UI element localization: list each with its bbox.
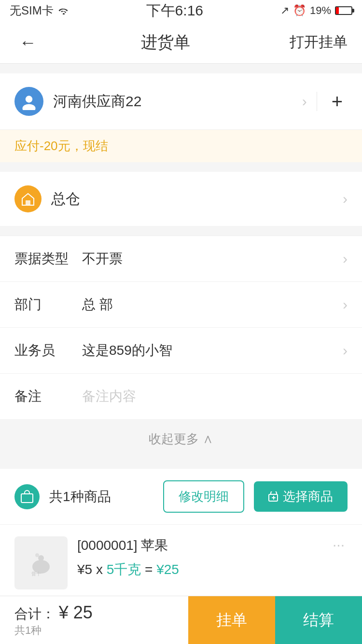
supplier-section: 河南供应商22 › + 应付-20元，现结 (0, 73, 362, 162)
product-header-icon (14, 484, 40, 509)
subtotal: ¥25 (156, 562, 179, 577)
dept-row[interactable]: 部门 总 部 › (0, 281, 362, 327)
product-item: 督十 [0000001] 苹果 ¥5 x 5千克 = ¥25 ··· (0, 524, 362, 601)
svg-text:督十: 督十 (31, 571, 41, 576)
alarm-icon: ⏰ (293, 4, 306, 17)
edit-detail-button[interactable]: 修改明细 (163, 480, 244, 513)
sales-row[interactable]: 业务员 这是859的小智 › (0, 327, 362, 373)
quantity: 5千克 (107, 562, 141, 577)
supplier-row[interactable]: 河南供应商22 › + (0, 73, 362, 130)
open-hold-button[interactable]: 打开挂单 (290, 32, 348, 52)
hold-button[interactable]: 挂单 (188, 596, 275, 644)
sales-value: 这是859的小智 (72, 341, 343, 360)
product-thumbnail: 督十 (14, 536, 68, 589)
status-right: ↗ ⏰ 19% (280, 4, 352, 17)
wifi-icon (58, 4, 69, 17)
signal-text: 无SIM卡 (10, 3, 54, 18)
divider (317, 92, 317, 111)
svg-point-1 (23, 104, 36, 110)
product-title: 苹果 (141, 538, 168, 553)
note-row[interactable]: 备注 备注内容 (0, 373, 362, 419)
nav-bar: ← 进货单 打开挂单 (0, 21, 362, 64)
warning-banner: 应付-20元，现结 (0, 130, 362, 162)
location-icon: ↗ (280, 4, 289, 17)
warehouse-chevron-icon: › (343, 191, 348, 207)
total-section: 合计： ¥ 25 共1种 (0, 602, 188, 638)
battery-pct: 19% (310, 4, 331, 17)
warehouse-name: 总仓 (51, 189, 343, 209)
note-label: 备注 (14, 387, 72, 406)
product-more-button[interactable]: ··· (330, 536, 348, 553)
ticket-chevron-icon: › (343, 251, 348, 267)
status-bar: 无SIM卡 下午6:16 ↗ ⏰ 19% (0, 0, 362, 21)
warehouse-row[interactable]: 总仓 › (0, 172, 362, 226)
supplier-chevron-icon: › (302, 93, 307, 110)
gap-1 (0, 64, 362, 73)
svg-point-0 (26, 96, 32, 102)
battery-icon (335, 6, 352, 15)
select-product-label: 选择商品 (283, 488, 333, 505)
svg-rect-2 (26, 200, 30, 205)
cart-icon (268, 491, 279, 502)
ticket-type-row[interactable]: 票据类型 不开票 › (0, 236, 362, 281)
dept-chevron-icon: › (343, 296, 348, 313)
ticket-value: 不开票 (72, 250, 343, 268)
supplier-avatar (14, 87, 43, 116)
product-header: 共1种商品 修改明细 选择商品 (0, 469, 362, 524)
note-placeholder[interactable]: 备注内容 (72, 387, 348, 406)
product-price: ¥5 x 5千克 = ¥25 (77, 560, 320, 579)
total-label: 合计： (14, 606, 55, 621)
product-code: [0000001] (77, 538, 138, 553)
total-row: 合计： ¥ 25 (14, 602, 174, 623)
total-amount: ¥ 25 (59, 602, 93, 622)
price-sep: x (96, 562, 107, 577)
svg-point-7 (35, 553, 39, 557)
back-button[interactable]: ← (14, 28, 42, 57)
product-section: 共1种商品 修改明细 选择商品 督十 (0, 469, 362, 601)
supplier-name: 河南供应商22 (53, 92, 302, 112)
status-left: 无SIM卡 (10, 3, 69, 18)
product-info: [0000001] 苹果 ¥5 x 5千克 = ¥25 (77, 536, 320, 579)
sales-chevron-icon: › (343, 342, 348, 359)
add-button[interactable]: + (327, 91, 348, 112)
svg-rect-3 (21, 494, 33, 503)
equals: = (145, 562, 156, 577)
gap-4 (0, 459, 362, 469)
gap-2 (0, 162, 362, 172)
warehouse-icon (14, 185, 42, 212)
form-section: 票据类型 不开票 › 部门 总 部 › 业务员 这是859的小智 › 备注 备注… (0, 236, 362, 419)
collapse-button[interactable]: 收起更多 ∧ (0, 419, 362, 459)
unit-price: ¥5 (77, 562, 92, 577)
select-product-button[interactable]: 选择商品 (254, 481, 348, 512)
dept-label: 部门 (14, 295, 72, 314)
sales-label: 业务员 (14, 341, 72, 360)
page-title: 进货单 (141, 31, 190, 54)
status-time: 下午6:16 (146, 1, 203, 21)
product-name: [0000001] 苹果 (77, 536, 320, 555)
product-count: 共1种商品 (49, 488, 153, 506)
dept-value: 总 部 (72, 295, 343, 314)
settle-button[interactable]: 结算 (275, 596, 362, 644)
bottom-bar: 合计： ¥ 25 共1种 挂单 结算 (0, 596, 362, 644)
ticket-label: 票据类型 (14, 250, 72, 268)
total-count: 共1种 (14, 623, 174, 638)
warehouse-section: 总仓 › (0, 172, 362, 226)
product-thumb-icon: 督十 (27, 548, 56, 577)
gap-3 (0, 226, 362, 236)
